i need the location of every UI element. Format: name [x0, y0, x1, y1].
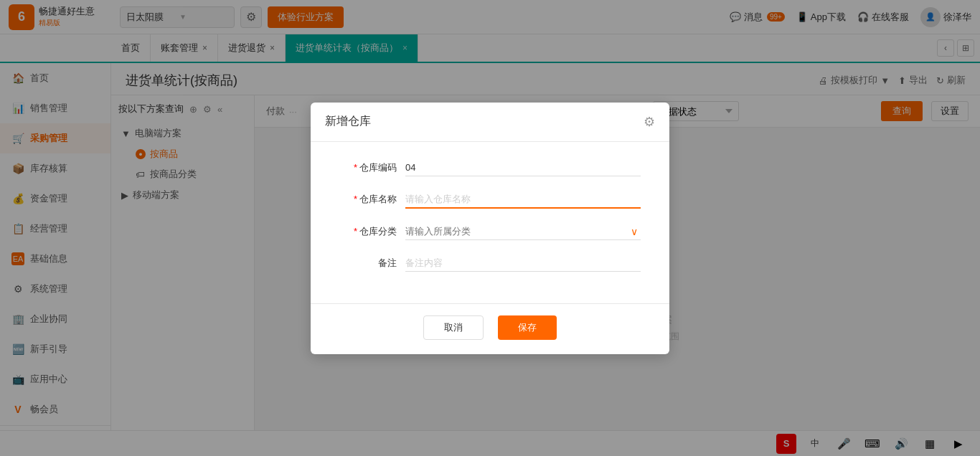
category-select-wrap: ∨: [405, 223, 641, 240]
form-row-note: 备注: [339, 255, 641, 272]
form-row-category: *仓库分类 ∨: [339, 223, 641, 240]
modal-body: *仓库编码 *仓库名称 *仓库分类 ∨: [311, 142, 669, 303]
save-button[interactable]: 保存: [498, 315, 557, 340]
modal-header: 新增仓库 ⚙: [311, 103, 669, 142]
modal-title: 新增仓库: [325, 114, 371, 129]
name-required-star: *: [354, 194, 357, 204]
note-input[interactable]: [405, 255, 641, 272]
category-label: *仓库分类: [339, 225, 397, 238]
form-row-name: *仓库名称: [339, 191, 641, 209]
code-label: *仓库编码: [339, 161, 397, 174]
modal-close-btn[interactable]: ⚙: [644, 114, 655, 130]
name-label: *仓库名称: [339, 193, 397, 206]
cancel-button[interactable]: 取消: [423, 315, 484, 340]
modal-new-warehouse: 新增仓库 ⚙ *仓库编码 *仓库名称 *仓库分类: [311, 103, 669, 354]
code-input[interactable]: [405, 159, 641, 176]
modal-footer: 取消 保存: [311, 303, 669, 354]
form-row-code: *仓库编码: [339, 159, 641, 176]
code-required-star: *: [354, 162, 357, 173]
category-input[interactable]: [405, 223, 641, 240]
name-input[interactable]: [405, 191, 641, 209]
note-label: 备注: [339, 257, 397, 270]
modal-overlay: 新增仓库 ⚙ *仓库编码 *仓库名称 *仓库分类: [0, 0, 980, 456]
category-required-star: *: [354, 226, 357, 237]
